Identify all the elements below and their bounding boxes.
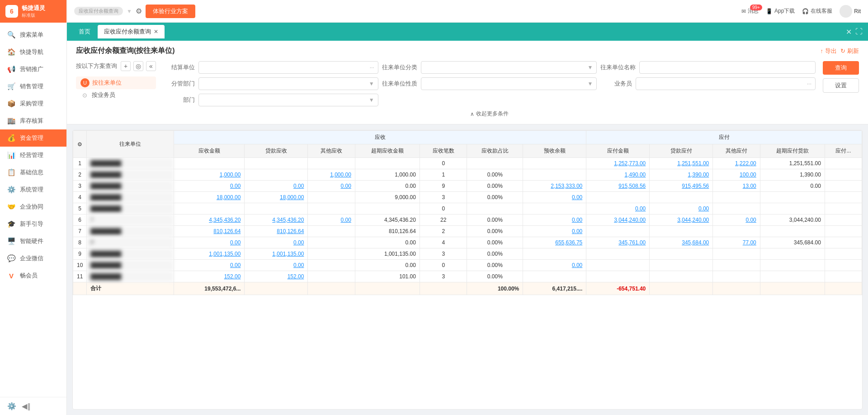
sidebar-item-system[interactable]: ⚙️ 系统管理 <box>0 181 66 198</box>
col-recv-count: 应收笔数 <box>420 144 467 158</box>
wechat-icon: 💬 <box>7 254 15 262</box>
sidebar-item-hardware[interactable]: 🖥️ 智能硬件 <box>0 233 66 250</box>
sidebar-item-operation[interactable]: 📊 经营管理 <box>0 147 66 164</box>
guide-icon: 🎓 <box>7 220 15 228</box>
input-settlement-unit[interactable]: ··· <box>198 61 378 74</box>
col-partner: 往来单位 <box>87 131 174 158</box>
footer-settings <box>73 282 87 295</box>
sidebar-item-wechat[interactable]: 💬 企业微信 <box>0 250 66 267</box>
sidebar-settings-icon[interactable]: ⚙️ <box>7 402 16 410</box>
sidebar-item-inventory[interactable]: 🏬 库存核算 <box>0 112 66 129</box>
sidebar-item-purchase[interactable]: 📦 采购管理 <box>0 95 66 112</box>
refresh-button[interactable]: ↻ 刷新 <box>840 47 859 55</box>
label-unit-nature: 往来单位性质 <box>382 80 417 88</box>
sales-icon: 🛒 <box>7 82 15 91</box>
sidebar-collapse-icon[interactable]: ◀‖ <box>22 402 31 410</box>
input-branch-dept[interactable]: ▼ <box>198 77 378 90</box>
sidebar-item-basic[interactable]: 📋 基础信息 <box>0 164 66 181</box>
department-arrow: ▼ <box>369 97 374 103</box>
label-department: 部门 <box>163 96 195 104</box>
inventory-icon: 🏬 <box>7 117 15 125</box>
footer-pay-overdue <box>760 282 825 295</box>
table-row: 674,345,436.204,345,436.200.004,345,436.… <box>73 215 862 226</box>
sidebar-item-finance[interactable]: 💰 资金管理 <box>0 129 66 147</box>
sidebar-item-quick[interactable]: 🏠 快捷导航 <box>0 43 66 61</box>
table-row: 10████████0.000.000.0000.00%0.00 <box>73 260 862 271</box>
table-row: 1████████01,252,773.001,251,551.001,222.… <box>73 158 862 169</box>
filter-collapse-left-btn[interactable]: « <box>146 61 156 71</box>
col-recv-loan: 贷款应收 <box>245 144 308 158</box>
header-right: ✉ 消息 99+ 📱 App下载 🎧 在线客服 Rit <box>741 5 861 18</box>
tab-close-icon[interactable]: ✕ <box>154 29 158 35</box>
filter-row-1: 结算单位 ··· 往来单位分类 ▼ <box>163 61 816 74</box>
sidebar-label-sales: 销售管理 <box>20 82 43 91</box>
input-salesperson[interactable]: ··· <box>636 77 816 90</box>
filter-unit-nature: 往来单位性质 ▼ <box>382 77 597 90</box>
home-icon: 🏠 <box>7 48 15 56</box>
main-area: 应收应付余额查询 ▼ ⚙ 体验行业方案 ✉ 消息 99+ 📱 App下载 🎧 在… <box>67 0 868 415</box>
collapse-button[interactable]: ∧ 收起更多条件 <box>470 110 509 118</box>
promo-button[interactable]: 体验行业方案 <box>146 5 195 18</box>
table-row: 2████████1,000.001,000.001,000.0010.00%1… <box>73 169 862 181</box>
table-row: 11████████152.00152.00101.0030.00% <box>73 271 862 282</box>
collapse-label: 收起更多条件 <box>476 110 509 118</box>
col-pay-overdue: 超期应付货款 <box>760 144 825 158</box>
tab-home-label: 首页 <box>79 28 90 36</box>
export-icon: ↑ <box>821 48 824 54</box>
filter-add-btn[interactable]: + <box>121 61 131 71</box>
input-unit-category[interactable]: ▼ <box>421 61 597 74</box>
filter-action-btns: 查询 设置 <box>823 61 859 93</box>
app-download-label: App下载 <box>774 7 795 15</box>
notification-btn[interactable]: ✉ 消息 99+ <box>741 7 759 15</box>
filter-option-by-unit[interactable]: U 按往来单位 <box>76 76 156 89</box>
input-unit-name[interactable] <box>639 61 816 74</box>
maximize-icon[interactable]: ⛶ <box>855 28 863 36</box>
sidebar-item-corp[interactable]: 🤝 企业协同 <box>0 198 66 215</box>
breadcrumb: 应收应付余额查询 <box>74 7 123 15</box>
input-department[interactable]: ▼ <box>198 94 378 106</box>
sidebar-label-member: 畅会员 <box>20 272 38 280</box>
sidebar-item-member[interactable]: V 畅会员 <box>0 267 66 284</box>
sidebar-item-guide[interactable]: 🎓 新手引导 <box>0 215 66 233</box>
sidebar-item-sales[interactable]: 🛒 销售管理 <box>0 78 66 95</box>
close-window-icon[interactable]: ✕ <box>846 28 852 36</box>
filter-settings-btn[interactable]: ◎ <box>133 61 143 71</box>
tab-home[interactable]: 首页 <box>72 25 97 38</box>
operation-icon: 📊 <box>7 151 15 159</box>
table-row: 7████████810,126.64810,126.64810,126.642… <box>73 226 862 237</box>
input-unit-nature[interactable]: ▼ <box>421 77 597 90</box>
col-group-receivable: 应收 <box>174 131 586 144</box>
online-service-btn[interactable]: 🎧 在线客服 <box>802 7 832 15</box>
col-pay-other: 其他应付 <box>713 144 760 158</box>
sidebar-label-search: 搜索菜单 <box>20 31 43 39</box>
data-table: ⚙ 往来单位 应收 应付 应收金额 贷款应收 其他应收 超期应收金额 应收笔数 … <box>73 130 862 295</box>
col-settings[interactable]: ⚙ <box>73 131 87 158</box>
service-icon: 🎧 <box>802 8 809 14</box>
tab-query[interactable]: 应收应付余额查询 ✕ <box>98 25 165 38</box>
user-area[interactable]: Rit <box>840 5 861 18</box>
system-icon: ⚙️ <box>7 186 15 194</box>
sidebar-item-search[interactable]: 🔍 搜索菜单 <box>0 26 66 43</box>
export-button[interactable]: ↑ 导出 <box>821 47 837 55</box>
label-salesperson: 业务员 <box>600 80 632 88</box>
filter-settlement-unit: 结算单位 ··· <box>163 61 378 74</box>
tab-bar: 首页 应收应付余额查询 ✕ ✕ ⛶ <box>67 23 868 41</box>
app-download-btn[interactable]: 📱 App下载 <box>766 7 795 15</box>
col-recv-ratio: 应收款占比 <box>467 144 523 158</box>
sidebar-item-marketing[interactable]: 📢 营销推广 <box>0 61 66 78</box>
col-group-payable: 应付 <box>586 131 862 144</box>
table-row: 8P0.000.000.0040.00%655,636.75345,761.00… <box>73 237 862 248</box>
data-table-container[interactable]: ⚙ 往来单位 应收 应付 应收金额 贷款应收 其他应收 超期应收金额 应收笔数 … <box>72 130 863 410</box>
sidebar-label-guide: 新手引导 <box>20 220 43 228</box>
filter-option-by-staff[interactable]: ⊙ 按业务员 <box>76 89 156 101</box>
basic-icon: 📋 <box>7 168 15 176</box>
refresh-icon: ↻ <box>840 48 845 54</box>
sidebar-label-basic: 基础信息 <box>20 168 43 176</box>
page-actions: ↑ 导出 ↻ 刷新 <box>821 47 859 55</box>
label-unit-category: 往来单位分类 <box>382 63 417 72</box>
gear-btn[interactable]: ⚙ <box>136 7 142 15</box>
set-button[interactable]: 设置 <box>823 78 859 93</box>
sidebar-label-finance: 资金管理 <box>20 134 43 142</box>
content-area: 应收应付余额查询(按往来单位) ↑ 导出 ↻ 刷新 <box>67 41 868 415</box>
query-button[interactable]: 查询 <box>823 61 859 75</box>
